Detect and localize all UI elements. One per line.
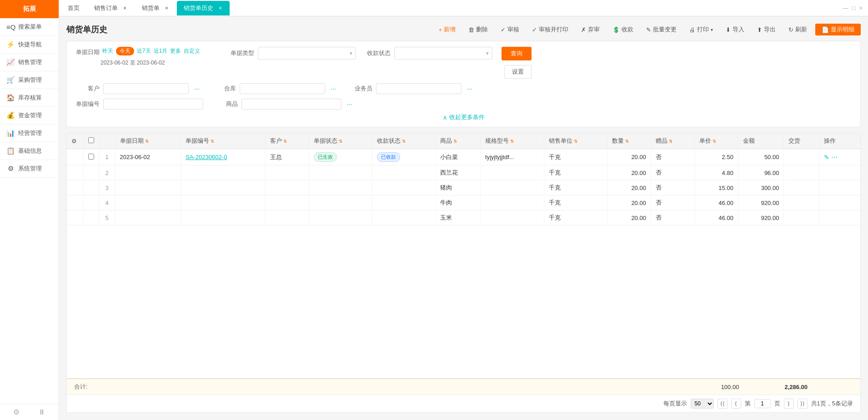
sidebar-item-search-menu[interactable]: ≡Q 搜索菜单 [0,18,59,36]
shortcut-more[interactable]: 更多 [170,47,181,55]
select-all-checkbox[interactable] [88,137,94,143]
sidebar-item-label: 搜索菜单 [18,23,42,31]
import-icon: ⬇ [726,26,731,33]
warehouse-dots-button[interactable]: ··· [329,85,338,92]
row-doc-date [115,180,181,195]
query-button[interactable]: 查询 [502,47,532,60]
date-filter-label: 单据日期 [74,48,100,56]
filter-settings-button[interactable]: 设置 [504,65,532,79]
th-pay-status[interactable]: 收款状态 ⇅ [372,133,435,149]
row-doc-no[interactable] [181,195,265,210]
table-header-row: ⚙ 单据日期 ⇅ [67,133,860,149]
table-row: 3 猪肉 千克 20.00 否 15.00 300.00 [67,180,860,195]
th-qty[interactable]: 数量 ⇅ [607,133,651,149]
sidebar-item-purchase-mgmt[interactable]: 🛒 采购管理 [0,71,59,89]
row-checkbox-col[interactable] [83,210,99,225]
first-page-button[interactable]: ⟨⟨ [717,399,728,409]
tab-sales-goods[interactable]: 销货单 × [135,1,176,15]
tab-close-sales-order[interactable]: × [122,5,127,11]
batch-change-button[interactable]: ✎ 批量变更 [642,24,681,35]
more-action-btn[interactable]: ⋯ [831,154,838,161]
salesperson-dots-button[interactable]: ··· [465,85,474,92]
collect-button[interactable]: 💲 收款 [608,24,638,35]
th-doc-date[interactable]: 单据日期 ⇅ [115,133,181,149]
th-customer[interactable]: 客户 ⇅ [265,133,309,149]
sidebar-logo: 拓展 [0,0,59,18]
shortcut-yesterday[interactable]: 昨天 [102,47,113,55]
goods-filter: 商品 ··· [212,99,354,110]
row-doc-no[interactable] [181,180,265,195]
sort-icon-pay-status: ⇅ [402,139,406,144]
row-unit: 千克 [544,165,607,180]
sort-icon-doc-status: ⇅ [339,139,342,144]
print-button[interactable]: 🖨 打印 ▾ [685,24,717,35]
delete-button[interactable]: 🗑 删除 [464,24,492,35]
collapse-icon[interactable]: ⏸ [38,408,45,416]
customer-dots-button[interactable]: ··· [192,85,201,92]
shortcut-custom[interactable]: 自定义 [184,47,200,55]
sidebar-item-sys-mgmt[interactable]: ⚙ 系统管理 [0,160,59,178]
customer-input[interactable] [103,83,189,94]
new-button[interactable]: + 新增 [434,24,460,35]
th-goods[interactable]: 商品 ⇅ [435,133,480,149]
th-gear[interactable]: ⚙ [67,133,83,149]
import-button[interactable]: ⬇ 导入 [721,24,749,35]
th-price[interactable]: 单价 ⇅ [694,133,738,149]
row-doc-no[interactable] [181,210,265,225]
th-doc-status[interactable]: 单据状态 ⇅ [309,133,372,149]
window-minimize-icon[interactable]: — [843,5,848,11]
goods-input[interactable] [241,99,341,110]
th-unit[interactable]: 销售单位 ⇅ [544,133,607,149]
page-size-select[interactable]: 20 50 100 [691,399,714,409]
abandon-button[interactable]: ✗ 弃审 [577,24,604,35]
window-close-icon[interactable]: × [859,5,863,11]
shortcut-1month[interactable]: 近1月 [154,47,168,55]
warehouse-input[interactable] [240,83,325,94]
th-doc-no[interactable]: 单据编号 ⇅ [181,133,265,149]
shortcut-today[interactable]: 今天 [116,47,134,55]
doc-type-select[interactable] [258,47,356,60]
sidebar-item-quick-nav[interactable]: ⚡ 快捷导航 [0,36,59,54]
window-maximize-icon[interactable]: □ [852,5,856,11]
tab-sales-history[interactable]: 销货单历史 × [177,1,230,15]
sidebar-item-inventory[interactable]: 🏠 库存核算 [0,89,59,107]
prev-page-button[interactable]: ⟨ [731,399,741,409]
row-checkbox[interactable] [88,154,94,160]
sidebar-item-basic-info[interactable]: 📋 基础信息 [0,142,59,160]
sidebar-item-finance-mgmt[interactable]: 💰 资金管理 [0,107,59,125]
row-checkbox-col[interactable] [83,195,99,210]
sidebar-item-sales-mgmt[interactable]: 📈 销售管理 [0,54,59,71]
row-doc-no[interactable]: SA-20230602-0 [181,149,265,165]
edit-action-btn[interactable]: ✎ [824,154,829,161]
row-doc-status: 已生效 [309,149,372,165]
tab-home[interactable]: 首页 [61,1,86,15]
row-doc-no[interactable] [181,165,265,180]
payment-status-select-wrapper [394,47,492,60]
goods-dots-button[interactable]: ··· [345,100,354,108]
salesperson-input[interactable] [376,83,462,94]
next-page-button[interactable]: ⟩ [784,399,794,409]
last-page-button[interactable]: ⟩⟩ [798,399,808,409]
th-spec[interactable]: 规格型号 ⇅ [481,133,544,149]
payment-status-select[interactable] [394,47,492,60]
warehouse-label: 合库 [211,85,236,93]
th-gift[interactable]: 赠品 ⇅ [651,133,694,149]
doc-no-input[interactable] [103,99,203,110]
refresh-button[interactable]: ↻ 刷新 [784,24,812,35]
show-detail-button[interactable]: 📄 显示明细 [815,24,861,35]
row-checkbox-col[interactable] [83,165,99,180]
collapse-button[interactable]: ∧ 收起更多条件 [74,113,853,121]
row-checkbox-col[interactable] [83,149,99,165]
shortcut-7days[interactable]: 近7天 [137,47,151,55]
export-button[interactable]: ⬆ 导出 [753,24,780,35]
audit-print-button[interactable]: ✓ 审核并打印 [527,24,573,35]
sidebar-item-ops-mgmt[interactable]: 📊 经营管理 [0,125,59,142]
doc-no-link[interactable]: SA-20230602-0 [186,154,227,160]
page-input[interactable] [754,399,771,408]
tab-close-sales-history[interactable]: × [218,5,223,11]
tab-close-sales-goods[interactable]: × [164,5,169,11]
tab-sales-order[interactable]: 销售订单 × [87,1,134,15]
audit-button[interactable]: ✓ 审核 [496,24,524,35]
settings-icon[interactable]: ⚙ [13,408,20,416]
row-checkbox-col[interactable] [83,180,99,195]
